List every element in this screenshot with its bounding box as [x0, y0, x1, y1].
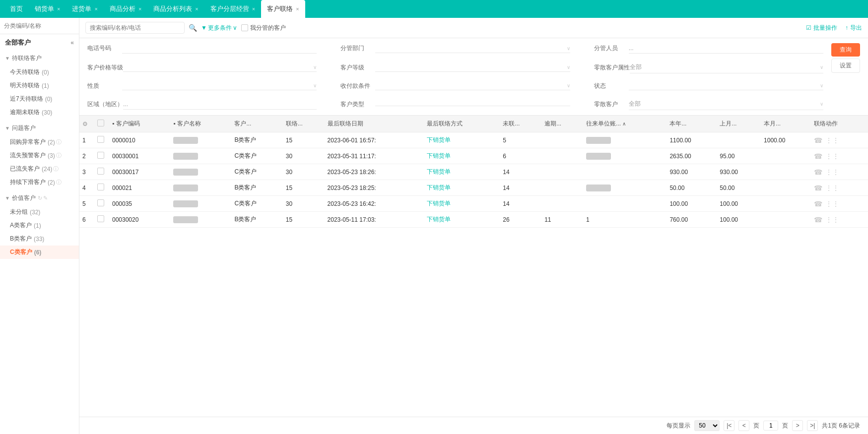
pending-group-title[interactable]: ▼ 待联络客户: [0, 51, 79, 65]
td-last-contact-method[interactable]: 下销货单: [424, 180, 500, 196]
td-last-contact-method[interactable]: 下销货单: [424, 164, 500, 180]
manager-dropdown[interactable]: ...: [629, 43, 823, 54]
next-page-btn[interactable]: >: [792, 420, 803, 431]
contact-method-link[interactable]: 下销货单: [427, 184, 451, 191]
row-checkbox[interactable]: [97, 136, 104, 143]
more-action-icon[interactable]: ⋮⋮: [825, 168, 839, 176]
contact-icon[interactable]: ☎: [814, 152, 822, 160]
sidebar-item-a-class[interactable]: A类客户 (1): [0, 219, 79, 232]
nav-purchase-close[interactable]: ×: [94, 6, 97, 12]
per-page-select[interactable]: 50 100 200: [694, 420, 720, 431]
td-check[interactable]: [94, 180, 109, 196]
contact-icon[interactable]: ☎: [814, 136, 822, 144]
td-check[interactable]: [94, 148, 109, 164]
value-refresh-icon[interactable]: ↻: [38, 195, 42, 201]
contact-method-link[interactable]: 下销货单: [427, 200, 451, 207]
page-input[interactable]: [763, 421, 778, 431]
collapse-icon[interactable]: «: [70, 39, 74, 46]
sidebar-item-b-class[interactable]: B类客户 (33): [0, 232, 79, 246]
contact-icon[interactable]: ☎: [814, 184, 822, 192]
search-input[interactable]: [85, 22, 185, 34]
contact-icon[interactable]: ☎: [814, 216, 822, 224]
td-check[interactable]: [94, 164, 109, 180]
more-action-icon[interactable]: ⋮⋮: [825, 184, 839, 192]
nav-customer-contact[interactable]: 客户联络 ×: [261, 0, 305, 18]
more-action-icon[interactable]: ⋮⋮: [825, 136, 839, 144]
nav-product-analysis-close[interactable]: ×: [138, 6, 141, 12]
nav-customer-tier[interactable]: 客户分层经营 ×: [204, 0, 261, 18]
nav-product-analysis[interactable]: 商品分析 ×: [104, 0, 147, 18]
value-group-title[interactable]: ▼ 价值客户 ↻ ✎: [0, 191, 79, 205]
nav-sales-close[interactable]: ×: [57, 6, 60, 12]
export-btn[interactable]: ↑ 导出: [845, 24, 862, 32]
retail-customer-dropdown[interactable]: 全部 ∨: [629, 98, 823, 110]
payment-dropdown[interactable]: ∨: [375, 81, 570, 90]
status-dropdown[interactable]: ∨: [629, 81, 823, 90]
contact-icon[interactable]: ☎: [814, 200, 822, 208]
nav-customer-contact-close[interactable]: ×: [296, 6, 299, 12]
contact-icon[interactable]: ☎: [814, 168, 822, 176]
phone-input[interactable]: [122, 43, 317, 54]
td-unit-balance: ■■■■■: [583, 132, 667, 148]
sidebar-item-7days[interactable]: 近7天待联络 (0): [0, 92, 79, 106]
nature-dropdown[interactable]: ∨: [122, 81, 317, 90]
retail-attr-dropdown[interactable]: 全部 ∨: [630, 62, 823, 73]
last-page-btn[interactable]: >|: [807, 420, 818, 431]
problem-group-title[interactable]: ▼ 问题客户: [0, 121, 79, 135]
sidebar-item-repurchase-abnormal[interactable]: 回购异常客户 (2) ⓘ: [0, 135, 79, 149]
nav-sales[interactable]: 销货单 ×: [29, 0, 66, 18]
contact-method-link[interactable]: 下销货单: [427, 216, 451, 223]
nav-purchase[interactable]: 进货单 ×: [66, 0, 103, 18]
td-last-contact-method[interactable]: 下销货单: [424, 196, 500, 212]
prev-page-btn[interactable]: <: [738, 420, 749, 431]
row-checkbox[interactable]: [97, 152, 104, 159]
row-checkbox[interactable]: [97, 168, 104, 175]
customer-level-dropdown[interactable]: ∨: [375, 63, 570, 72]
td-last-contact-method[interactable]: 下销货单: [424, 148, 500, 164]
sidebar-item-churned[interactable]: 已流失客户 (24) ⓘ: [0, 162, 79, 176]
sidebar-item-tomorrow[interactable]: 明天待联络 (1): [0, 79, 79, 92]
row-checkbox[interactable]: [97, 215, 104, 222]
more-action-icon[interactable]: ⋮⋮: [825, 216, 839, 224]
contact-method-link[interactable]: 下销货单: [427, 168, 451, 175]
sidebar-item-churn-warning[interactable]: 流失预警客户 (3) ⓘ: [0, 149, 79, 162]
price-level-dropdown[interactable]: ∨: [123, 63, 317, 72]
sidebar-item-today[interactable]: 今天待联络 (0): [0, 65, 79, 79]
sidebar-item-declining[interactable]: 持续下滑客户 (2) ⓘ: [0, 176, 79, 189]
nav-product-list[interactable]: 商品分析列表 ×: [147, 0, 204, 18]
all-customers-title[interactable]: 全部客户 «: [0, 34, 79, 51]
customer-type-dropdown[interactable]: [375, 103, 570, 106]
search-btn[interactable]: 🔍: [189, 24, 197, 32]
set-button[interactable]: 设置: [831, 59, 860, 73]
dept-dropdown[interactable]: ∨: [375, 44, 570, 53]
td-last-contact-method[interactable]: 下销货单: [424, 212, 500, 228]
action-icons: ☎⋮⋮: [814, 216, 865, 224]
settings-icon[interactable]: ⚙: [82, 121, 88, 127]
row-checkbox[interactable]: [97, 199, 104, 206]
my-customers-check[interactable]: 我分管的客户: [241, 24, 286, 32]
td-check[interactable]: [94, 132, 109, 148]
value-edit-icon[interactable]: ✎: [43, 195, 48, 201]
query-button[interactable]: 查询: [831, 43, 860, 57]
select-all-checkbox[interactable]: [97, 120, 104, 126]
sidebar-item-ungroup[interactable]: 未分组 (32): [0, 205, 79, 219]
region-dropdown[interactable]: ...: [123, 99, 317, 110]
td-check[interactable]: [94, 196, 109, 212]
sidebar-item-overdue[interactable]: 逾期未联络 (30): [0, 106, 79, 119]
td-check[interactable]: [94, 212, 109, 228]
batch-ops-btn[interactable]: ☑ 批量操作: [806, 24, 837, 32]
row-checkbox[interactable]: [97, 184, 104, 190]
contact-method-link[interactable]: 下销货单: [427, 136, 451, 143]
more-action-icon[interactable]: ⋮⋮: [825, 152, 839, 160]
first-page-btn[interactable]: |<: [724, 420, 734, 431]
nav-product-list-close[interactable]: ×: [195, 6, 198, 12]
my-customers-checkbox[interactable]: [241, 24, 248, 31]
sidebar-search-input[interactable]: [4, 22, 78, 29]
nav-home[interactable]: 首页: [4, 0, 29, 18]
more-action-icon[interactable]: ⋮⋮: [825, 200, 839, 208]
more-conditions-btn[interactable]: ▼ 更多条件 ∨: [201, 24, 237, 32]
contact-method-link[interactable]: 下销货单: [427, 152, 451, 159]
sidebar-item-c-class[interactable]: C类客户 (6): [0, 246, 79, 259]
nav-customer-tier-close[interactable]: ×: [252, 6, 255, 12]
td-last-contact-method[interactable]: 下销货单: [424, 132, 500, 148]
